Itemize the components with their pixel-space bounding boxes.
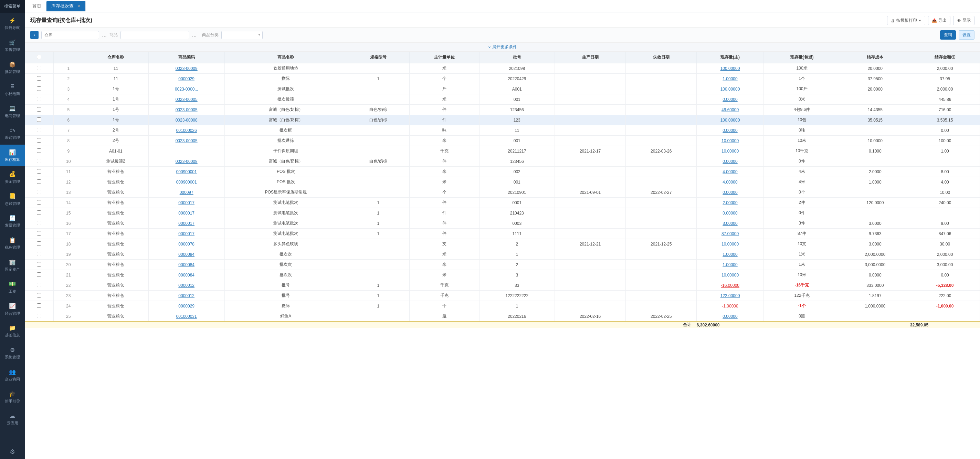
- sidebar-item-inventory[interactable]: 📊 库存核算: [0, 145, 25, 167]
- sidebar-item-small-ecom[interactable]: 🖥 小秘电商: [0, 78, 25, 100]
- cell-qty-main[interactable]: 3.00000: [697, 218, 764, 229]
- cell-product-code[interactable]: 0000029: [148, 301, 224, 311]
- warehouse-input[interactable]: [41, 31, 99, 39]
- product-dots[interactable]: ...: [192, 32, 197, 38]
- sidebar-item-tax[interactable]: 📋 税务管理: [0, 233, 25, 255]
- cell-checkbox[interactable]: [25, 187, 54, 198]
- cell-product-code[interactable]: 0023-00008: [148, 156, 224, 167]
- cell-product-code[interactable]: 0000084: [148, 260, 224, 270]
- cell-checkbox[interactable]: [25, 311, 54, 322]
- row-checkbox[interactable]: [37, 159, 41, 163]
- settings-button[interactable]: 设置: [959, 30, 975, 40]
- row-checkbox[interactable]: [37, 86, 41, 91]
- cell-product-code[interactable]: 0000012: [148, 291, 224, 301]
- cell-qty-main[interactable]: -1.00000: [697, 301, 764, 311]
- cell-checkbox[interactable]: [25, 105, 54, 115]
- warehouse-dots[interactable]: ...: [102, 32, 107, 38]
- category-select[interactable]: [221, 31, 262, 39]
- sidebar-item-ops[interactable]: 📈 经营管理: [0, 298, 25, 320]
- cell-qty-main[interactable]: 100.00000: [697, 84, 764, 94]
- cell-product-code[interactable]: 0000017: [148, 208, 224, 218]
- cell-checkbox[interactable]: [25, 156, 54, 167]
- cell-qty-main[interactable]: 122.00000: [697, 291, 764, 301]
- cell-qty-main[interactable]: 10.00000: [697, 146, 764, 156]
- sidebar-item-general-ledger[interactable]: 📒 总账管理: [0, 188, 25, 210]
- cell-checkbox[interactable]: [25, 229, 54, 239]
- cell-qty-main[interactable]: 0.00000: [697, 125, 764, 135]
- cell-product-code[interactable]: 0000017: [148, 218, 224, 229]
- row-checkbox[interactable]: [37, 118, 41, 122]
- cell-product-code[interactable]: 0000012: [148, 280, 224, 291]
- row-checkbox[interactable]: [37, 252, 41, 256]
- sidebar-item-ecom[interactable]: 💻 电商管理: [0, 100, 25, 123]
- row-checkbox[interactable]: [37, 262, 41, 266]
- sidebar-item-wholesale[interactable]: 📦 批发管理: [0, 57, 25, 79]
- cell-checkbox[interactable]: [25, 218, 54, 229]
- row-checkbox[interactable]: [37, 76, 41, 81]
- sidebar-item-collab[interactable]: 👥 企业协同: [0, 364, 25, 386]
- sidebar-item-purchase[interactable]: 🛍 采购管理: [0, 123, 25, 145]
- select-all-checkbox[interactable]: [37, 55, 41, 59]
- cell-product-code[interactable]: 0023-00008: [148, 115, 224, 125]
- cell-product-code[interactable]: 0000017: [148, 198, 224, 208]
- cell-qty-main[interactable]: 100.00000: [697, 63, 764, 74]
- row-checkbox[interactable]: [37, 200, 41, 204]
- cell-qty-main[interactable]: 0.00000: [697, 208, 764, 218]
- cell-product-code[interactable]: 001000031: [148, 311, 224, 322]
- tab-home[interactable]: 首页: [27, 1, 46, 11]
- cell-product-code[interactable]: 0023-0000...: [148, 84, 224, 94]
- cell-qty-main[interactable]: 10.00000: [697, 135, 764, 146]
- cell-product-code[interactable]: 0023-00005: [148, 135, 224, 146]
- cell-checkbox[interactable]: [25, 63, 54, 74]
- sidebar-item-quick-nav[interactable]: ⚡ 快捷导航: [0, 13, 25, 35]
- cell-product-code[interactable]: 0023-00005: [148, 105, 224, 115]
- cell-checkbox[interactable]: [25, 146, 54, 156]
- row-checkbox[interactable]: [37, 241, 41, 246]
- sidebar-item-invoice[interactable]: 🧾 发票管理: [0, 210, 25, 233]
- cell-checkbox[interactable]: [25, 260, 54, 270]
- cell-checkbox[interactable]: [25, 249, 54, 260]
- cell-qty-main[interactable]: 0.00000: [697, 311, 764, 322]
- cell-checkbox[interactable]: [25, 291, 54, 301]
- expand-more-btn[interactable]: ∨ 展开更多条件: [488, 44, 517, 50]
- row-checkbox[interactable]: [37, 138, 41, 143]
- cell-product-code[interactable]: 0000078: [148, 239, 224, 249]
- row-checkbox[interactable]: [37, 169, 41, 174]
- row-checkbox[interactable]: [37, 107, 41, 112]
- tab-inventory-batch[interactable]: 库存批次查 ✕: [46, 1, 86, 11]
- row-checkbox[interactable]: [37, 66, 41, 70]
- cell-qty-main[interactable]: 87.00000: [697, 229, 764, 239]
- cell-qty-main[interactable]: -16.00000: [697, 280, 764, 291]
- sidebar-item-payroll[interactable]: 💵 工资: [0, 276, 25, 298]
- cell-checkbox[interactable]: [25, 208, 54, 218]
- display-button[interactable]: 👁 显示: [953, 16, 975, 25]
- cell-checkbox[interactable]: [25, 239, 54, 249]
- product-input[interactable]: [121, 31, 189, 39]
- row-checkbox[interactable]: [37, 283, 41, 287]
- expand-filter-btn[interactable]: ›: [30, 31, 38, 39]
- sidebar-item-system[interactable]: ⚙ 系统管理: [0, 342, 25, 364]
- row-checkbox[interactable]: [37, 210, 41, 215]
- cell-qty-main[interactable]: 0.00000: [697, 156, 764, 167]
- sidebar-settings-btn[interactable]: ⚙: [0, 445, 25, 459]
- sidebar-search[interactable]: 搜索菜单: [0, 0, 25, 13]
- row-checkbox[interactable]: [37, 314, 41, 318]
- cell-checkbox[interactable]: [25, 84, 54, 94]
- sidebar-item-cloud[interactable]: ☁ 云应用: [0, 408, 25, 430]
- cell-qty-main[interactable]: 1.00000: [697, 74, 764, 84]
- tab-close-icon[interactable]: ✕: [77, 4, 81, 9]
- cell-checkbox[interactable]: [25, 94, 54, 105]
- cell-product-code[interactable]: 0000029: [148, 74, 224, 84]
- cell-checkbox[interactable]: [25, 198, 54, 208]
- cell-product-code[interactable]: 000097: [148, 187, 224, 198]
- table-wrapper[interactable]: 仓库名称 商品编码 商品名称 规格型号 主计量单位 批号 生产日期 失效日期 现…: [25, 52, 980, 459]
- cell-product-code[interactable]: 0023-00005: [148, 94, 224, 105]
- sidebar-item-new-guide[interactable]: 🎓 新手引导: [0, 386, 25, 408]
- cell-product-code[interactable]: 0000084: [148, 249, 224, 260]
- cell-checkbox[interactable]: [25, 280, 54, 291]
- sidebar-item-retail[interactable]: 🛒 零售管理: [0, 35, 25, 57]
- cell-qty-main[interactable]: 0.00000: [697, 94, 764, 105]
- search-button[interactable]: 查询: [940, 30, 956, 40]
- sidebar-item-basic-info[interactable]: 📁 基础信息: [0, 320, 25, 342]
- row-checkbox[interactable]: [37, 190, 41, 194]
